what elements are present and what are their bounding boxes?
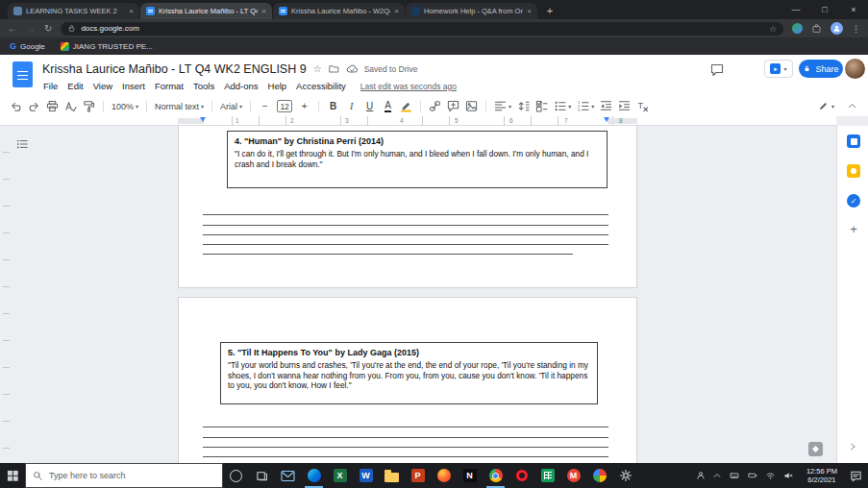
volume-muted-icon[interactable]: [782, 471, 794, 480]
insert-image-button[interactable]: [465, 99, 478, 113]
powerpoint-app-button[interactable]: P: [405, 463, 431, 488]
zoom-select[interactable]: 100%▾: [112, 99, 138, 113]
people-icon[interactable]: [696, 471, 706, 480]
undo-button[interactable]: [10, 99, 22, 113]
insert-link-button[interactable]: [429, 99, 441, 113]
extension-icon[interactable]: [792, 23, 803, 34]
calendar-icon[interactable]: [847, 134, 860, 148]
clear-formatting-button[interactable]: T: [636, 99, 649, 113]
print-button[interactable]: [46, 99, 59, 113]
menu-format[interactable]: Format: [150, 81, 188, 91]
bookmark-star-icon[interactable]: ☆: [769, 24, 777, 34]
taskbar-search-input[interactable]: Type here to search: [25, 463, 223, 488]
question-5-box[interactable]: 5. "Til It Happens To You" by Lady Gaga …: [220, 342, 598, 404]
explore-button[interactable]: [808, 442, 823, 456]
left-indent-marker[interactable]: [200, 117, 206, 122]
doc-title[interactable]: Krissha Laurice Mañibo - LT Q4 WK2 ENGLI…: [42, 62, 307, 76]
paint-format-button[interactable]: [83, 99, 95, 113]
mail-app-button[interactable]: [275, 463, 301, 488]
font-size-input[interactable]: 12: [277, 100, 292, 112]
increase-indent-button[interactable]: [618, 99, 631, 113]
action-center-icon[interactable]: [850, 470, 862, 482]
editing-mode-button[interactable]: ▾: [812, 98, 840, 114]
menu-help[interactable]: Help: [263, 81, 292, 91]
firefox-app-button[interactable]: [431, 463, 457, 488]
menu-insert[interactable]: Insert: [117, 81, 150, 91]
add-comment-button[interactable]: [447, 99, 459, 113]
spellcheck-button[interactable]: [64, 99, 77, 113]
tab-close-icon[interactable]: ×: [129, 7, 134, 15]
align-button[interactable]: ▾: [494, 99, 511, 113]
edge-app-button[interactable]: [301, 463, 327, 488]
tab-close-icon[interactable]: ×: [527, 7, 532, 15]
underline-button[interactable]: U: [363, 99, 376, 113]
n-app-button[interactable]: N: [457, 463, 483, 488]
docs-logo-icon[interactable]: [12, 61, 33, 87]
url-omnibox[interactable]: docs.google.com ☆: [61, 22, 783, 36]
star-doc-icon[interactable]: ☆: [313, 64, 322, 74]
horizontal-ruler[interactable]: 1 2 3 4 5 6 7 8: [0, 116, 836, 126]
tab-close-icon[interactable]: ×: [394, 7, 399, 15]
reload-icon[interactable]: ↻: [44, 24, 52, 34]
start-button[interactable]: [0, 463, 25, 488]
battery-icon[interactable]: [747, 471, 758, 480]
comment-history-icon[interactable]: [710, 63, 724, 77]
last-edit-link[interactable]: Last edit was seconds ago: [360, 82, 457, 91]
document-page-1[interactable]: 4. "Human" by Christina Perri (2014) "I …: [178, 126, 637, 288]
tab-docs-lt-q4[interactable]: Krissha Laurice Mañibo - LT Q4 V ×: [140, 3, 272, 19]
taskbar-clock[interactable]: 12:56 PM 6/2/2021: [806, 467, 837, 484]
highlight-color-button[interactable]: [400, 99, 412, 113]
browser-profile-avatar[interactable]: [831, 22, 843, 35]
network-icon[interactable]: [765, 471, 776, 480]
settings-app-button[interactable]: [612, 463, 638, 488]
tab-docs-w2q4[interactable]: Krissha Laurice Mañibo - W2Q4... ×: [273, 3, 405, 19]
share-button[interactable]: Share: [799, 60, 843, 78]
present-to-meet-button[interactable]: ▸ ▾: [764, 60, 793, 78]
show-hidden-icons-chevron[interactable]: [712, 471, 722, 480]
menu-tools[interactable]: Tools: [188, 81, 219, 91]
menu-accessibility[interactable]: Accessibility: [291, 81, 351, 91]
minimize-button[interactable]: —: [781, 0, 810, 19]
tab-homework-help[interactable]: Homework Help - Q&A from On... ×: [406, 3, 537, 19]
italic-button[interactable]: I: [345, 99, 358, 113]
tab-close-icon[interactable]: ×: [261, 7, 266, 15]
chrome-app-button[interactable]: [483, 463, 508, 488]
browser-menu-icon[interactable]: ⋮: [852, 24, 860, 34]
increase-font-size-button[interactable]: +: [298, 99, 310, 113]
decrease-indent-button[interactable]: [600, 99, 612, 113]
text-color-button[interactable]: A: [384, 101, 391, 112]
line-spacing-button[interactable]: [517, 99, 530, 113]
document-outline-icon[interactable]: [16, 138, 28, 150]
bookmark-google[interactable]: G Google: [10, 41, 45, 51]
document-page-2[interactable]: 5. "Til It Happens To You" by Lady Gaga …: [178, 297, 637, 463]
menu-view[interactable]: View: [88, 81, 117, 91]
menu-edit[interactable]: Edit: [62, 81, 87, 91]
bold-button[interactable]: B: [327, 99, 339, 113]
hide-side-panel-icon[interactable]: [848, 442, 857, 451]
checklist-button[interactable]: [535, 99, 548, 113]
new-tab-button[interactable]: +: [542, 3, 558, 18]
right-indent-marker[interactable]: [604, 117, 609, 122]
cortana-button[interactable]: [223, 463, 249, 488]
account-avatar[interactable]: [845, 59, 865, 79]
maximize-button[interactable]: □: [810, 0, 839, 19]
excel-app-button[interactable]: X: [327, 463, 353, 488]
decrease-font-size-button[interactable]: −: [259, 99, 271, 113]
task-view-button[interactable]: [249, 463, 275, 488]
close-button[interactable]: ×: [839, 0, 868, 19]
touch-keyboard-icon[interactable]: [729, 471, 740, 480]
opera-app-button[interactable]: [508, 463, 534, 488]
photos-app-button[interactable]: [586, 463, 612, 488]
word-app-button[interactable]: W: [353, 463, 379, 488]
forward-icon[interactable]: →: [26, 24, 36, 34]
sheets-app-button[interactable]: [534, 463, 560, 488]
bookmark-jiang[interactable]: JIANG TRUSTED PE...: [61, 42, 153, 51]
get-addons-icon[interactable]: +: [847, 222, 860, 235]
redo-button[interactable]: [28, 99, 40, 113]
keep-icon[interactable]: [847, 164, 860, 178]
question-4-box[interactable]: 4. "Human" by Christina Perri (2014) "I …: [227, 131, 608, 188]
extensions-puzzle-icon[interactable]: [811, 23, 822, 34]
tab-learning-tasks[interactable]: LEARNING TASKS WEEK 2 ×: [8, 3, 139, 19]
font-select[interactable]: Arial▾: [220, 99, 242, 113]
tasks-icon[interactable]: ✓: [847, 194, 860, 207]
